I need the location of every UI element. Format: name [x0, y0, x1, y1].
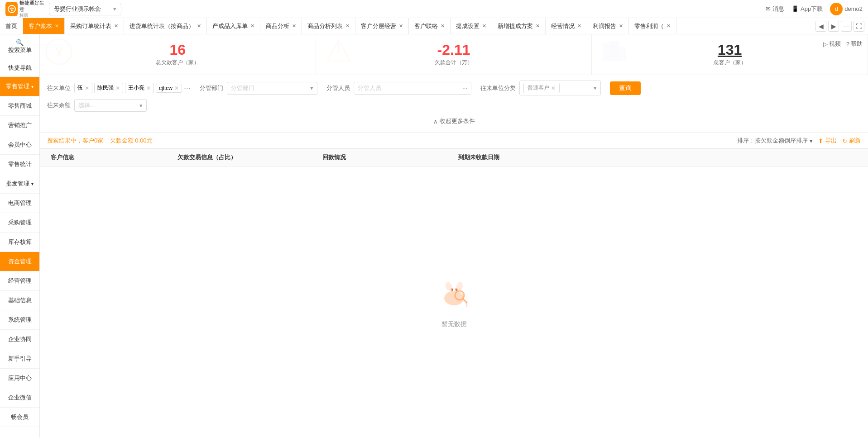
filter-dept-select[interactable]: 分管部门 ▾ — [227, 82, 317, 95]
sidebar-item-batch[interactable]: 批发管理 ▾ — [0, 174, 39, 194]
filter-tag-cjttcw-close[interactable]: ✕ — [174, 85, 179, 91]
export-button[interactable]: ⬆ 导出 — [818, 137, 837, 145]
sidebar-item-enterprise-wechat[interactable]: 企业微信 — [0, 388, 39, 408]
sidebar-item-new-guide[interactable]: 新手引导 — [0, 349, 39, 369]
filter-unit-type-close[interactable]: ✕ — [551, 85, 556, 91]
tab-retail-profit-close[interactable]: ✕ — [667, 23, 671, 29]
filter-person-select[interactable]: 分管人员 ··· — [354, 82, 471, 95]
col-customer-info: 客户信息 — [47, 153, 174, 162]
result-info: 搜索结果中，客户0家 欠款金额 0.00元 — [47, 137, 153, 145]
sidebar-item-member[interactable]: 会员中心 — [0, 135, 39, 155]
svg-text:¥: ¥ — [55, 45, 62, 59]
stat-debt-label: 欠款合计（万） — [435, 59, 473, 66]
tab-purchase-orders-close[interactable]: ✕ — [114, 23, 118, 29]
tab-home-label: 首页 — [5, 22, 17, 30]
filter-balance-select[interactable]: 选择... ▾ — [74, 99, 147, 112]
tab-profit-report-close[interactable]: ✕ — [619, 23, 623, 29]
filter-tag-wang[interactable]: 王小亮 ✕ — [125, 83, 154, 93]
filter-tag-wang-close[interactable]: ✕ — [146, 85, 151, 91]
tab-accounts-label: 客户账本 — [29, 22, 52, 30]
filter-unit-type-tag[interactable]: 普通客户 ✕ — [523, 83, 560, 93]
top-bar-right: ✉ 消息 📱 App下载 d demo2 — [766, 3, 863, 15]
tab-operations[interactable]: 经营情况 ✕ — [546, 18, 587, 34]
filter-tag-chen-close[interactable]: ✕ — [115, 85, 120, 91]
tab-product-analysis-list-close[interactable]: ✕ — [345, 23, 350, 29]
collapse-btn[interactable]: ∧ 收起更多条件 — [428, 115, 480, 127]
stat-debt-value: -2.11 — [437, 43, 470, 57]
refresh-button[interactable]: ↻ 刷新 — [842, 137, 861, 145]
tab-purchase-orders[interactable]: 采购订单统计表 ✕ — [65, 18, 124, 34]
sidebar-item-app-center[interactable]: 应用中心 — [0, 369, 39, 388]
tab-minimize[interactable]: — — [841, 21, 852, 32]
filter-unit-type-select[interactable]: 普通客户 ✕ ▾ — [519, 81, 601, 95]
tab-customer-contact[interactable]: 客户联络 ✕ — [409, 18, 451, 34]
stat-icon-debt — [325, 38, 352, 71]
sidebar-item-retail-stats[interactable]: 零售统计 — [0, 155, 39, 174]
messages-btn[interactable]: ✉ 消息 — [766, 5, 784, 13]
tab-operations-label: 经营情况 — [551, 22, 575, 30]
sidebar-item-system[interactable]: 系统管理 — [0, 310, 39, 330]
tab-purchase-stats[interactable]: 进货单统计表（按商品） ✕ — [124, 18, 207, 34]
sidebar-item-purchase[interactable]: 采购管理 — [0, 213, 39, 233]
tab-purchase-orders-label: 采购订单统计表 — [70, 22, 111, 30]
sidebar-item-marketing[interactable]: 营销推广 — [0, 116, 39, 135]
svg-point-1 — [11, 10, 13, 11]
tab-profit-report[interactable]: 利润报告 ✕ — [587, 18, 629, 34]
tab-promotion-settings[interactable]: 提成设置 ✕ — [451, 18, 492, 34]
filter-tag-chen[interactable]: 陈民强 ✕ — [94, 83, 123, 93]
sidebar-item-inventory[interactable]: 库存核算 — [0, 233, 39, 252]
tab-maximize[interactable]: ⛶ — [854, 21, 864, 32]
tab-purchase-stats-label: 进货单统计表（按商品） — [129, 22, 194, 30]
sidebar-item-vip[interactable]: 畅会员 — [0, 408, 39, 427]
sidebar-item-ecommerce[interactable]: 电商管理 — [0, 194, 39, 213]
tab-scroll-left[interactable]: ◀ — [815, 21, 826, 32]
tab-customer-segment-close[interactable]: ✕ — [399, 23, 403, 29]
table-section: 搜索结果中，客户0家 欠款金额 0.00元 排序：按欠款金额倒序排序 ▾ ⬆ 导… — [40, 133, 868, 437]
tab-new-promotion[interactable]: 新增提成方案 ✕ — [492, 18, 546, 34]
sidebar-item-enterprise[interactable]: 企业协同 — [0, 330, 39, 349]
sort-icon: ▾ — [810, 138, 813, 144]
sidebar-item-retail-mall[interactable]: 零售商城 — [0, 96, 39, 116]
tab-retail-profit[interactable]: 零售利润（ ✕ — [629, 18, 676, 34]
help-action[interactable]: ? 帮助 — [846, 40, 863, 48]
sidebar-search[interactable]: 🔍 搜索菜单 — [0, 34, 39, 59]
tab-accounts[interactable]: 客户账本 ✕ — [23, 18, 65, 34]
tab-operations-close[interactable]: ✕ — [577, 23, 581, 29]
tab-customer-contact-close[interactable]: ✕ — [441, 23, 445, 29]
tab-home[interactable]: 首页 — [0, 18, 23, 34]
tab-product-in-close[interactable]: ✕ — [250, 23, 254, 29]
video-action[interactable]: ▷ 视频 — [823, 40, 841, 48]
tab-scroll-right[interactable]: ▶ — [828, 21, 839, 32]
tab-product-analysis-list[interactable]: 商品分析列表 ✕ — [302, 18, 355, 34]
tab-accounts-close[interactable]: ✕ — [55, 23, 59, 29]
sidebar-item-finance[interactable]: 资金管理 — [0, 252, 39, 271]
app-download-btn[interactable]: 📱 App下载 — [791, 5, 823, 13]
tab-new-promotion-close[interactable]: ✕ — [536, 23, 540, 29]
sort-button[interactable]: 排序：按欠款金额倒序排序 ▾ — [737, 137, 813, 145]
tab-promotion-settings-close[interactable]: ✕ — [482, 23, 486, 29]
sidebar-quick-nav[interactable]: 快捷导航 — [0, 59, 39, 77]
stat-customers-label: 总欠款客户（家） — [156, 59, 199, 66]
collapse-up-icon: ∧ — [433, 118, 438, 125]
filter-tag-cjttcw[interactable]: cjttcw ✕ — [156, 84, 182, 93]
export-icon: ⬆ — [818, 138, 823, 144]
tab-product-in[interactable]: 产成品入库单 ✕ — [207, 18, 260, 34]
org-selector[interactable]: 母婴行业演示帐套 ▾ — [49, 3, 121, 15]
sidebar-item-operations-mgmt[interactable]: 经营管理 — [0, 271, 39, 291]
sidebar-item-basic-info[interactable]: 基础信息 — [0, 291, 39, 310]
stats-bar: ¥ 16 总欠款客户（家） -2.11 欠款合计（万） — [40, 34, 868, 75]
filter-tag-wu[interactable]: 伍 ✕ — [74, 83, 92, 93]
filter-tag-wu-close[interactable]: ✕ — [85, 85, 89, 91]
tab-product-analysis[interactable]: 商品分析 ✕ — [260, 18, 302, 34]
stat-icon-customers: ¥ — [45, 38, 72, 71]
tab-purchase-stats-close[interactable]: ✕ — [197, 23, 201, 29]
user-area[interactable]: d demo2 — [830, 3, 863, 15]
filter-unit-more[interactable]: ··· — [184, 83, 191, 93]
svg-rect-8 — [609, 41, 619, 61]
avatar: d — [830, 3, 843, 15]
tab-customer-segment[interactable]: 客户分层经营 ✕ — [355, 18, 409, 34]
filter-dept-label: 分管部门 — [200, 84, 223, 92]
sidebar-item-retail[interactable]: 零售管理 ▾ — [0, 77, 39, 96]
tab-product-analysis-close[interactable]: ✕ — [292, 23, 296, 29]
query-button[interactable]: 查询 — [610, 81, 641, 95]
